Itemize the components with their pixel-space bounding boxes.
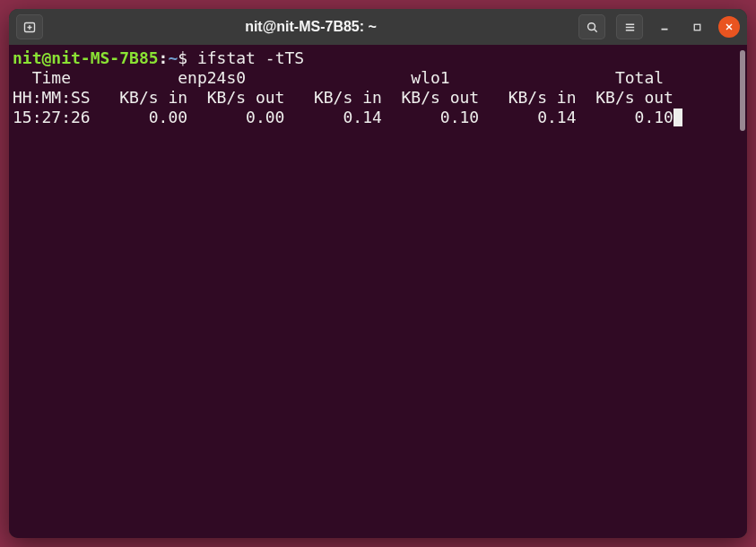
terminal-area[interactable]: nit@nit-MS-7B85:~$ ifstat -tTS Time enp2… (9, 45, 747, 538)
prompt-colon: : (159, 48, 169, 67)
maximize-button[interactable] (686, 16, 708, 38)
new-tab-icon (22, 20, 37, 34)
svg-rect-9 (694, 24, 700, 30)
output-data-row: 15:27:26 0.00 0.00 0.14 0.10 0.14 0.10 (13, 108, 673, 126)
search-icon (586, 21, 599, 34)
minimize-button[interactable] (654, 16, 675, 38)
close-icon (724, 22, 734, 32)
new-tab-button[interactable] (16, 14, 43, 39)
svg-line-4 (594, 29, 596, 31)
terminal-window: nit@nit-MS-7B85: ~ (9, 9, 747, 538)
output-header-2: HH:MM:SS KB/s in KB/s out KB/s in KB/s o… (13, 88, 673, 107)
prompt-dollar: $ (178, 48, 187, 67)
menu-icon (623, 21, 637, 34)
maximize-icon (691, 22, 703, 33)
titlebar: nit@nit-MS-7B85: ~ (9, 9, 747, 45)
menu-button[interactable] (616, 14, 643, 39)
command-text (187, 48, 197, 67)
titlebar-right (578, 14, 740, 39)
output-header-1: Time enp24s0 wlo1 Total (13, 68, 732, 87)
cursor (673, 109, 682, 126)
prompt-user-host: nit@nit-MS-7B85 (13, 48, 159, 67)
scrollbar[interactable] (738, 48, 747, 534)
titlebar-left (16, 14, 43, 39)
svg-point-3 (587, 22, 595, 30)
command: ifstat -tTS (197, 48, 304, 67)
scrollbar-thumb[interactable] (740, 50, 745, 131)
prompt-path: ~ (168, 48, 178, 67)
close-button[interactable] (718, 16, 740, 38)
minimize-icon (658, 21, 671, 33)
terminal-content[interactable]: nit@nit-MS-7B85:~$ ifstat -tTS Time enp2… (13, 48, 738, 534)
window-title: nit@nit-MS-7B85: ~ (48, 19, 573, 35)
search-button[interactable] (578, 14, 605, 39)
